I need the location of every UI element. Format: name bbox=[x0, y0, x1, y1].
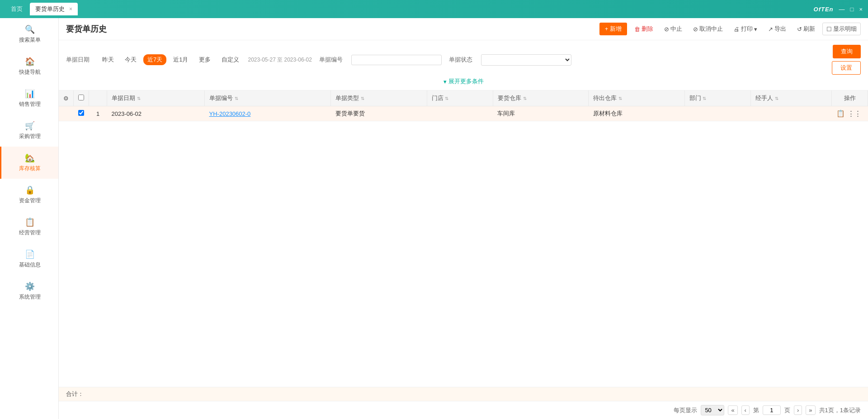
sidebar-item-basic[interactable]: 📄 基础信息 bbox=[0, 243, 58, 275]
expand-more-button[interactable]: ▾ 展开更多条件 bbox=[443, 77, 484, 86]
sidebar-item-search[interactable]: 🔍 搜索菜单 bbox=[0, 18, 58, 50]
refresh-icon: ↺ bbox=[797, 26, 802, 33]
delete-label: 删除 bbox=[642, 25, 653, 33]
home-icon: 🏠 bbox=[25, 57, 35, 67]
table-footer: 合计： bbox=[59, 387, 868, 401]
last-page-button[interactable]: » bbox=[806, 405, 815, 415]
col-store[interactable]: 门店 ⇅ bbox=[427, 90, 493, 106]
tab-home-label: 首页 bbox=[11, 5, 23, 13]
prev-page-button[interactable]: ‹ bbox=[741, 405, 750, 415]
document-icon: 📄 bbox=[25, 249, 35, 259]
show-detail-label: 显示明细 bbox=[833, 25, 857, 33]
clipboard-icon: 📋 bbox=[25, 217, 35, 227]
data-table: ⚙ 单据日期 ⇅ 单据编号 ⇅ 单据类型 ⇅ bbox=[59, 90, 868, 121]
col-handler[interactable]: 经手人 ⇅ bbox=[751, 90, 832, 106]
print-label: 打印 bbox=[741, 25, 753, 33]
order-no-input[interactable] bbox=[351, 55, 442, 65]
date-last7-btn[interactable]: 近7天 bbox=[143, 54, 166, 65]
sidebar-item-finance-label: 资金管理 bbox=[19, 197, 41, 205]
page-size-label: 每页显示 bbox=[674, 406, 697, 414]
export-button[interactable]: ↗ 导出 bbox=[764, 23, 790, 35]
sidebar-item-quick-nav[interactable]: 🏠 快捷导航 bbox=[0, 50, 58, 82]
tab-order-history[interactable]: 要货单历史 × bbox=[30, 3, 78, 15]
sidebar-item-finance[interactable]: 🔒 资金管理 bbox=[0, 179, 58, 211]
row-to-warehouse: 原材料仓库 bbox=[589, 106, 684, 121]
row-checkbox[interactable] bbox=[74, 106, 89, 121]
page-input[interactable] bbox=[763, 405, 781, 415]
stop-icon: ⊘ bbox=[664, 26, 669, 33]
query-button[interactable]: 查询 bbox=[833, 45, 861, 58]
row-from-warehouse: 车间库 bbox=[493, 106, 588, 121]
first-page-button[interactable]: « bbox=[728, 405, 737, 415]
sidebar-item-system[interactable]: ⚙️ 系统管理 bbox=[0, 275, 58, 307]
print-chevron-icon: ▾ bbox=[754, 26, 757, 33]
col-type-label: 单据类型 bbox=[335, 95, 359, 101]
checkbox-icon: ☐ bbox=[826, 26, 832, 33]
date-more-btn[interactable]: 更多 bbox=[195, 54, 215, 65]
print-button[interactable]: 🖨 打印 ▾ bbox=[730, 23, 761, 35]
date-today-btn[interactable]: 今天 bbox=[121, 54, 141, 65]
show-detail-button[interactable]: ☐ 显示明细 bbox=[822, 23, 861, 35]
sort-from-warehouse-icon: ⇅ bbox=[523, 96, 527, 101]
order-no-label: 单据编号 bbox=[319, 56, 344, 64]
page-size-select[interactable]: 10 20 50 100 bbox=[701, 405, 724, 415]
status-select[interactable] bbox=[481, 54, 571, 66]
filter-settings-button[interactable]: 设置 bbox=[832, 61, 861, 75]
sidebar-item-basic-label: 基础信息 bbox=[19, 261, 41, 269]
row-no-link[interactable]: YH-20230602-0 bbox=[209, 110, 251, 117]
more-action-icon[interactable]: ⋮⋮ bbox=[848, 110, 861, 118]
row-settings bbox=[59, 106, 74, 121]
filter-area: 单据日期 昨天 今天 近7天 近1月 更多 自定义 2023-05-27 至 2… bbox=[59, 40, 868, 90]
date-range-text: 2023-05-27 至 2023-06-02 bbox=[248, 56, 311, 64]
edit-action-icon[interactable]: 📋 bbox=[836, 110, 845, 118]
sidebar-item-sales[interactable]: 📊 销售管理 bbox=[0, 82, 58, 114]
tab-home[interactable]: 首页 bbox=[5, 3, 28, 15]
col-to-warehouse[interactable]: 待出仓库 ⇅ bbox=[589, 90, 684, 106]
sort-no-icon: ⇅ bbox=[235, 96, 238, 101]
date-custom-btn[interactable]: 自定义 bbox=[217, 54, 243, 65]
delete-button[interactable]: 🗑 删除 bbox=[631, 23, 657, 35]
col-from-warehouse[interactable]: 要货仓库 ⇅ bbox=[493, 90, 588, 106]
brand-text: OfTEn bbox=[814, 6, 834, 13]
print-icon: 🖨 bbox=[734, 26, 740, 33]
top-bar: 首页 要货单历史 × OfTEn — □ × bbox=[0, 0, 868, 18]
date-yesterday-btn[interactable]: 昨天 bbox=[98, 54, 118, 65]
row-no[interactable]: YH-20230602-0 bbox=[205, 106, 331, 121]
chevron-down-icon: ▾ bbox=[443, 78, 447, 85]
sidebar-item-operations[interactable]: 📋 经营管理 bbox=[0, 211, 58, 243]
row-checkbox-input[interactable] bbox=[78, 110, 84, 116]
col-to-warehouse-label: 待出仓库 bbox=[593, 95, 617, 101]
col-department[interactable]: 部门 ⇅ bbox=[684, 90, 750, 106]
new-button[interactable]: + 新增 bbox=[599, 23, 627, 35]
sidebar-item-inventory[interactable]: 🏡 库存核算 bbox=[0, 147, 58, 179]
refresh-label: 刷新 bbox=[803, 25, 815, 33]
next-page-button[interactable]: › bbox=[794, 405, 802, 415]
sidebar-item-system-label: 系统管理 bbox=[19, 293, 41, 301]
col-date[interactable]: 单据日期 ⇅ bbox=[107, 90, 205, 106]
select-all-checkbox[interactable] bbox=[78, 95, 84, 100]
sidebar-item-purchase[interactable]: 🛒 采购管理 bbox=[0, 114, 58, 147]
stop-button[interactable]: ⊘ 中止 bbox=[660, 23, 686, 35]
table-area: ⚙ 单据日期 ⇅ 单据编号 ⇅ 单据类型 ⇅ bbox=[59, 90, 868, 387]
col-checkbox[interactable] bbox=[74, 90, 89, 106]
col-department-label: 部门 bbox=[689, 95, 701, 101]
col-type[interactable]: 单据类型 ⇅ bbox=[331, 90, 427, 106]
maximize-icon[interactable]: □ bbox=[850, 6, 854, 13]
col-no[interactable]: 单据编号 ⇅ bbox=[205, 90, 331, 106]
page-info-label: 第 bbox=[753, 406, 759, 414]
window-close-icon[interactable]: × bbox=[859, 6, 863, 13]
status-label: 单据状态 bbox=[449, 56, 474, 64]
date-last-month-btn[interactable]: 近1月 bbox=[169, 54, 192, 65]
refresh-button[interactable]: ↺ 刷新 bbox=[793, 23, 819, 35]
toolbar: + 新增 🗑 删除 ⊘ 中止 ⊘ 取消中止 🖨 打印 ▾ bbox=[599, 23, 861, 35]
row-handler bbox=[751, 106, 832, 121]
close-tab-icon[interactable]: × bbox=[69, 6, 72, 12]
minimize-icon[interactable]: — bbox=[839, 6, 845, 13]
row-type: 要货单要货 bbox=[331, 106, 427, 121]
sidebar-item-sales-label: 销售管理 bbox=[19, 100, 41, 108]
col-store-label: 门店 bbox=[432, 95, 443, 101]
col-ops: 操作 bbox=[832, 90, 868, 106]
col-settings[interactable]: ⚙ bbox=[59, 90, 74, 106]
cancel-stop-button[interactable]: ⊘ 取消中止 bbox=[689, 23, 726, 35]
col-no-label: 单据编号 bbox=[209, 95, 233, 101]
